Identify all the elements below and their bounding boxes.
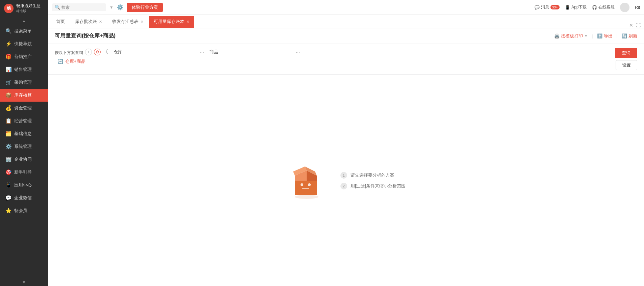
sidebar-scroll-down[interactable]: ▼ [0,279,48,286]
scheme-item-warehouse-product[interactable]: 🔄 仓库+商品 [55,57,108,66]
tab-collect-summary[interactable]: 收发存汇总表 ✕ [107,16,148,28]
topbar: 🔍 ▼ ⚙️ 体验行业方案 💬 消息 99+ 📱 App下载 🎧 在线客服 Ri… [48,0,644,15]
filter-actions: 查询 设置 [615,48,637,70]
system-icon: ⚙️ [5,144,11,150]
empty-hint-item-1: 1 请先选择要分析的方案 [340,172,406,179]
topbar-right: 💬 消息 99+ 📱 App下载 🎧 在线客服 Rit [535,3,640,12]
filter-fields: 仓库 ··· 商品 ··· [113,48,610,56]
shortcut-icon: ⚡ [5,41,11,47]
topbar-search-box[interactable]: 🔍 [52,3,106,11]
warehouse-more-icon[interactable]: ··· [200,49,204,55]
search-input[interactable] [61,5,95,10]
search-small-icon: 🔍 [55,5,60,10]
sidebar-item-basic[interactable]: 🗂️ 基础信息 [0,127,48,140]
sidebar-item-shortcut[interactable]: ⚡ 快捷导航 [0,37,48,50]
settings-scheme-button[interactable]: ⚙ [94,49,101,55]
app-download-button[interactable]: 📱 App下载 [565,4,587,10]
user-name: Rit [635,5,640,10]
page-header: 可用量查询(按仓库+商品) 🖨️ 按模板打印 ▼ | ⬆️ 导出 | 🔄 刷新 [48,28,644,44]
sidebar-item-member[interactable]: ⭐ 畅会员 [0,204,48,217]
product-input[interactable] [220,48,301,56]
content-area: 可用量查询(按仓库+商品) 🖨️ 按模板打印 ▼ | ⬆️ 导出 | 🔄 刷新 [48,28,644,286]
main-area: 🔍 ▼ ⚙️ 体验行业方案 💬 消息 99+ 📱 App下载 🎧 在线客服 Ri… [48,0,644,286]
add-scheme-button[interactable]: + [85,49,92,55]
marketing-icon: 🎁 [5,54,11,60]
sidebar-header: 畅 畅康通好生意 标准版 [0,0,48,17]
close-tab-panel-button[interactable]: ✕ [629,23,633,28]
newbie-icon: 🎯 [5,169,11,175]
sidebar-item-newbie[interactable]: 🎯 新手引导 [0,166,48,179]
sidebar-item-system[interactable]: ⚙️ 系统管理 [0,140,48,153]
sidebar-scroll-up[interactable]: ▲ [0,17,48,25]
warehouse-input[interactable] [124,48,205,56]
sidebar-item-purchase[interactable]: 🛒 采购管理 [0,76,48,89]
sidebar-item-apps[interactable]: 📱 应用中心 [0,179,48,191]
sidebar: 畅 畅康通好生意 标准版 ▲ 🔍 搜索菜单 ⚡ 快捷导航 🎁 营销推广 📊 销售… [0,0,48,286]
gear-icon[interactable]: ⚙️ [117,4,124,10]
sidebar-logo: 畅 [4,4,14,13]
product-input-wrap: ··· [220,48,301,56]
print-button[interactable]: 🖨️ 按模板打印 ▼ [554,33,588,39]
message-button[interactable]: 💬 消息 99+ [535,4,560,10]
hint-num-1: 1 [340,172,347,179]
svg-point-5 [301,183,303,186]
sidebar-item-operation[interactable]: 📋 经营管理 [0,114,48,127]
query-button[interactable]: 查询 [615,48,637,58]
warehouse-filter-field: 仓库 ··· [113,48,205,56]
settings-button[interactable]: 设置 [616,60,637,70]
product-more-icon[interactable]: ··· [296,49,300,55]
page-title: 可用量查询(按仓库+商品) [55,32,115,40]
page-actions: 🖨️ 按模板打印 ▼ | ⬆️ 导出 | 🔄 刷新 [554,33,637,39]
export-icon: ⬆️ [597,33,602,38]
tab-home[interactable]: 首页 [51,16,70,28]
purchase-icon: 🛒 [5,79,11,85]
sidebar-nav: 🔍 搜索菜单 ⚡ 快捷导航 🎁 营销推广 📊 销售管理 🛒 采购管理 📦 库存核… [0,25,48,279]
print-dropdown-icon[interactable]: ▼ [584,34,588,38]
filter-area: 按以下方案查询 + ⚙ 《 🔄 仓库+商品 仓库 ··· [48,44,644,75]
filter-scheme-header: 按以下方案查询 + ⚙ 《 [55,48,108,56]
enterprise-icon: 🏢 [5,156,11,162]
sidebar-item-inventory[interactable]: 📦 库存核算 [0,89,48,102]
search-icon: 🔍 [5,28,11,34]
refresh-icon: 🔄 [622,33,627,38]
sidebar-item-search[interactable]: 🔍 搜索菜单 [0,25,48,37]
tab-close-available[interactable]: ✕ [186,20,189,24]
tab-available-inventory[interactable]: 可用量库存账本 ✕ [149,16,194,28]
customer-service-button[interactable]: 🎧 在线客服 [592,4,615,10]
sidebar-item-sales[interactable]: 📊 销售管理 [0,63,48,76]
tab-batch-account[interactable]: 库存批次账 ✕ [70,16,107,28]
collapse-button[interactable]: 《 [103,48,108,55]
sidebar-subtitle: 标准版 [16,9,41,14]
phone-icon: 📱 [565,5,570,10]
tab-close-collect[interactable]: ✕ [140,20,144,24]
user-avatar[interactable] [620,3,629,12]
basic-icon: 🗂️ [5,131,11,137]
operation-icon: 📋 [5,118,11,124]
message-icon: 💬 [535,5,540,10]
svg-rect-7 [302,188,309,189]
hint-num-2: 2 [340,183,347,189]
empty-hint: 1 请先选择要分析的方案 2 用[过滤]条件来缩小分析范围 [340,172,406,189]
product-filter-field: 商品 ··· [209,48,301,56]
sidebar-item-marketing[interactable]: 🎁 营销推广 [0,50,48,63]
filter-section-label: 按以下方案查询 [55,48,83,56]
export-button[interactable]: ⬆️ 导出 [597,33,613,39]
member-icon: ⭐ [5,208,11,214]
tab-close-batch[interactable]: ✕ [99,20,102,24]
experience-button[interactable]: 体验行业方案 [127,3,163,12]
wechat-icon: 💬 [5,195,11,201]
refresh-button[interactable]: 🔄 刷新 [622,33,637,39]
printer-icon: 🖨️ [554,33,560,38]
sidebar-item-wechat[interactable]: 💬 企业微信 [0,191,48,204]
empty-illustration [286,160,327,201]
empty-hint-item-2: 2 用[过滤]条件来缩小分析范围 [340,183,406,189]
finance-icon: 💰 [5,105,11,111]
svg-point-6 [308,183,311,186]
inventory-icon: 📦 [5,92,11,98]
apps-icon: 📱 [5,182,11,188]
maximize-button[interactable]: ⛶ [636,23,641,28]
sidebar-item-enterprise[interactable]: 🏢 企业协同 [0,153,48,166]
sidebar-item-finance[interactable]: 💰 资金管理 [0,102,48,114]
warehouse-input-wrap: ··· [124,48,205,56]
sidebar-title: 畅康通好生意 [16,3,41,9]
